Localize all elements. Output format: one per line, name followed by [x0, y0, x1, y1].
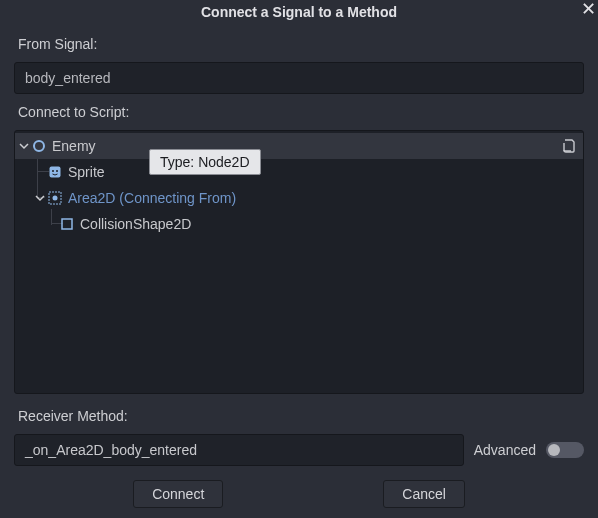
svg-point-3: [56, 170, 58, 172]
tree-row-sprite[interactable]: Sprite: [15, 159, 583, 185]
bottom-section: Receiver Method: _on_Area2D_body_entered…: [0, 398, 598, 518]
node-label: Sprite: [68, 164, 105, 180]
titlebar: Connect a Signal to a Method ✕: [0, 0, 598, 30]
svg-rect-1: [50, 167, 61, 178]
expand-icon[interactable]: [35, 193, 45, 203]
advanced-toggle[interactable]: [546, 442, 584, 458]
from-signal-field[interactable]: body_entered: [14, 62, 584, 94]
close-icon[interactable]: ✕: [581, 0, 596, 18]
receiver-row: _on_Area2D_body_entered Advanced: [14, 434, 584, 466]
connect-button[interactable]: Connect: [133, 480, 223, 508]
node-label: Enemy: [52, 138, 96, 154]
type-tooltip: Type: Node2D: [149, 149, 261, 175]
connect-signal-dialog: Connect a Signal to a Method ✕ From Sign…: [0, 0, 598, 518]
svg-point-5: [53, 196, 58, 201]
node-tree-panel: Enemy Sprite: [14, 130, 584, 394]
tree-row-collisionshape2d[interactable]: CollisionShape2D: [15, 211, 583, 237]
from-signal-label: From Signal:: [0, 30, 598, 58]
node-tree[interactable]: Enemy Sprite: [15, 131, 583, 237]
svg-rect-6: [62, 219, 72, 229]
cancel-button[interactable]: Cancel: [383, 480, 465, 508]
button-row: Connect Cancel: [0, 480, 598, 508]
node2d-icon: [31, 138, 47, 154]
receiver-method-input[interactable]: _on_Area2D_body_entered: [14, 434, 464, 466]
expand-icon[interactable]: [19, 141, 29, 151]
connect-to-script-label: Connect to Script:: [0, 98, 598, 126]
svg-point-0: [34, 141, 44, 151]
toggle-knob: [548, 444, 560, 456]
node-label: Area2D (Connecting From): [68, 190, 236, 206]
dialog-title: Connect a Signal to a Method: [201, 4, 397, 20]
script-icon[interactable]: [561, 133, 577, 159]
node-label: CollisionShape2D: [80, 216, 191, 232]
advanced-label: Advanced: [474, 442, 536, 458]
receiver-method-label: Receiver Method:: [0, 402, 598, 430]
sprite-icon: [47, 164, 63, 180]
collisionshape2d-icon: [59, 216, 75, 232]
area2d-icon: [47, 190, 63, 206]
tree-row-enemy[interactable]: Enemy: [15, 133, 583, 159]
tree-row-area2d[interactable]: Area2D (Connecting From): [15, 185, 583, 211]
svg-point-2: [52, 170, 54, 172]
